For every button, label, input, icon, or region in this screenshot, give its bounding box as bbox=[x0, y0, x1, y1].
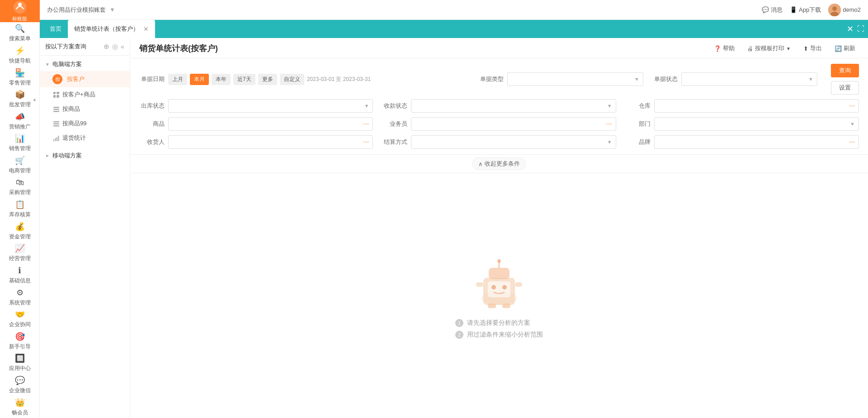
scheme-item-customer-product[interactable]: 按客户+商品 bbox=[40, 87, 130, 102]
pay-status-select[interactable]: ▼ bbox=[411, 99, 616, 113]
date-btn-thismonth[interactable]: 本月 bbox=[190, 74, 209, 85]
app-download-btn[interactable]: 📱 App下载 bbox=[790, 6, 821, 14]
add-scheme-icon[interactable]: ⊕ bbox=[104, 43, 109, 51]
logo-text: 标账版 bbox=[12, 15, 27, 22]
product-dots[interactable]: ··· bbox=[363, 120, 369, 128]
refresh-btn[interactable]: 🔄 刷新 bbox=[831, 43, 859, 54]
department-filter-item: 部门 ▼ bbox=[625, 117, 859, 131]
sidebar-item-inventory[interactable]: 📋 库存核算 bbox=[0, 198, 40, 220]
window-close-icon[interactable]: ✕ bbox=[847, 24, 854, 34]
date-filter-label: 单据日期 bbox=[139, 75, 165, 83]
sidebar-item-cooperation[interactable]: 🤝 企业协同 bbox=[0, 308, 40, 330]
avatar bbox=[828, 4, 841, 16]
sidebar-item-member[interactable]: 👑 畅会员 bbox=[0, 396, 40, 418]
tip-text-2: 用过滤条件来缩小分析范围 bbox=[467, 331, 543, 339]
receiver-dots[interactable]: ··· bbox=[363, 138, 369, 146]
order-status-label: 单据状态 bbox=[652, 75, 678, 83]
settings-scheme-icon[interactable]: ◎ bbox=[112, 43, 118, 51]
sidebar-item-retail[interactable]: 🏪 零售管理 bbox=[0, 66, 40, 88]
scheme-group-header-mobile[interactable]: ▼ 移动端方案 bbox=[40, 149, 130, 162]
salesperson-dots[interactable]: ··· bbox=[606, 120, 612, 128]
order-type-select[interactable]: ▼ bbox=[507, 72, 643, 86]
by-product-icon bbox=[52, 105, 60, 113]
search-icon: 🔍 bbox=[15, 24, 25, 33]
date-btn-more[interactable]: 更多 bbox=[258, 74, 277, 85]
sidebar-item-marketing[interactable]: 📣 营销推广 bbox=[0, 110, 40, 132]
brand-dots[interactable]: ··· bbox=[849, 138, 855, 146]
svg-rect-10 bbox=[53, 109, 59, 110]
sales-icon: 📊 bbox=[15, 133, 25, 143]
scheme-item-by-product-99[interactable]: 按商品99 bbox=[40, 116, 130, 131]
scheme-group-pc: ▼ 电脑端方案 按 按客户 按客户+商品 bbox=[40, 56, 130, 147]
order-status-select[interactable]: ▼ bbox=[681, 72, 817, 86]
svg-rect-18 bbox=[58, 136, 59, 141]
collapse-btn[interactable]: ∧ 收起更多条件 bbox=[472, 157, 526, 170]
scheme-item-return-stat[interactable]: 退货统计 bbox=[40, 131, 130, 145]
scheme-item-by-customer[interactable]: 按 按客户 bbox=[40, 71, 130, 87]
sidebar-item-search[interactable]: 🔍 搜索菜单 bbox=[0, 22, 40, 44]
window-expand-icon[interactable]: ⛶ bbox=[857, 25, 864, 33]
receiver-select[interactable]: ··· bbox=[168, 135, 373, 149]
sidebar-item-newbie[interactable]: 🎯 新手引导 bbox=[0, 330, 40, 352]
logo-icon bbox=[13, 0, 27, 14]
date-btn-lastmonth[interactable]: 上月 bbox=[168, 74, 187, 85]
filter-wrapper: 单据日期 上月 本月 本年 近7天 更多 自定义 2023-03-01 至 20… bbox=[130, 58, 868, 173]
date-btn-custom[interactable]: 自定义 bbox=[280, 74, 304, 85]
filter-row-4: 收货人 ··· 结算方式 bbox=[139, 135, 859, 149]
brand-select[interactable]: ··· bbox=[654, 135, 859, 149]
empty-tip-1: 1 请先选择要分析的方案 bbox=[455, 319, 543, 327]
empty-tips: 1 请先选择要分析的方案 2 用过滤条件来缩小分析范围 bbox=[455, 319, 543, 339]
collapse-label: 收起更多条件 bbox=[485, 160, 520, 168]
tab-sales-stat[interactable]: 销货单统计表（按客户） ✕ bbox=[68, 20, 155, 38]
tab-close-icon[interactable]: ✕ bbox=[143, 25, 149, 33]
by-customer-icon: 按 bbox=[52, 74, 62, 84]
dropdown-icon[interactable]: ▼ bbox=[109, 6, 115, 13]
sidebar-item-ecommerce[interactable]: 🛒 电商管理 bbox=[0, 154, 40, 176]
return-stat-icon bbox=[52, 134, 60, 142]
svg-rect-12 bbox=[53, 121, 59, 123]
robot-svg bbox=[470, 253, 528, 312]
help-btn[interactable]: ❓ 帮助 bbox=[710, 43, 738, 54]
sidebar-item-wholesale[interactable]: 📦 批发管理 ▲ bbox=[0, 88, 40, 110]
product-select[interactable]: ··· bbox=[168, 117, 373, 131]
collapse-panel-icon[interactable]: « bbox=[121, 43, 124, 51]
order-status-chevron: ▼ bbox=[808, 76, 813, 82]
sidebar-item-apps[interactable]: 🔲 应用中心 bbox=[0, 352, 40, 374]
sidebar-item-finance[interactable]: 💰 资金管理 bbox=[0, 220, 40, 242]
user-avatar-area[interactable]: demo2 bbox=[828, 4, 861, 16]
sidebar-item-system[interactable]: ⚙ 系统管理 bbox=[0, 286, 40, 308]
filter-main: 单据日期 上月 本月 本年 近7天 更多 自定义 2023-03-01 至 20… bbox=[139, 64, 859, 149]
print-btn[interactable]: 🖨 按模板打印 ▼ bbox=[744, 43, 794, 54]
warehouse-select[interactable]: ··· bbox=[654, 99, 859, 113]
warehouse-dots[interactable]: ··· bbox=[849, 102, 855, 110]
tab-home[interactable]: 首页 bbox=[43, 20, 68, 38]
message-btn[interactable]: 💬 消息 bbox=[762, 6, 783, 14]
sidebar-item-purchase[interactable]: 🛍 采购管理 bbox=[0, 176, 40, 198]
settlement-select[interactable]: ▼ bbox=[411, 135, 616, 149]
sidebar-item-basic[interactable]: ℹ 基础信息 bbox=[0, 264, 40, 286]
sidebar-item-operations[interactable]: 📈 经营管理 bbox=[0, 242, 40, 264]
settings-btn[interactable]: 设置 bbox=[831, 81, 859, 95]
warehouse-label: 仓库 bbox=[625, 102, 651, 110]
filter-row-1: 单据日期 上月 本月 本年 近7天 更多 自定义 2023-03-01 至 20… bbox=[139, 64, 859, 95]
sidebar-item-quicknav[interactable]: ⚡ 快捷导航 bbox=[0, 44, 40, 66]
empty-illustration bbox=[470, 253, 528, 312]
right-panel: 销货单统计表(按客户) ❓ 帮助 🖨 按模板打印 ▼ ⬆ 导出 bbox=[130, 38, 868, 418]
download-icon: 📱 bbox=[790, 6, 797, 13]
department-select[interactable]: ▼ bbox=[654, 117, 859, 131]
sidebar-item-sales[interactable]: 📊 销售管理 bbox=[0, 132, 40, 154]
date-btn-thisyear[interactable]: 本年 bbox=[212, 74, 231, 85]
scheme-group-header-pc[interactable]: ▼ 电脑端方案 bbox=[40, 57, 130, 71]
svg-point-28 bbox=[497, 259, 501, 263]
print-dropdown-icon: ▼ bbox=[786, 46, 791, 51]
salesperson-select[interactable]: ··· bbox=[411, 117, 616, 131]
by-product-99-label: 按商品99 bbox=[62, 119, 86, 128]
date-btn-7days[interactable]: 近7天 bbox=[233, 74, 255, 85]
export-btn[interactable]: ⬆ 导出 bbox=[800, 43, 826, 54]
scheme-item-by-product[interactable]: 按商品 bbox=[40, 102, 130, 116]
sidebar-item-wechat[interactable]: 💬 企业微信 bbox=[0, 374, 40, 396]
query-btn[interactable]: 查询 bbox=[831, 64, 859, 77]
out-status-select[interactable]: ▼ bbox=[168, 99, 373, 113]
by-product-label: 按商品 bbox=[62, 105, 80, 113]
pay-status-filter-item: 收款状态 ▼ bbox=[382, 99, 616, 113]
